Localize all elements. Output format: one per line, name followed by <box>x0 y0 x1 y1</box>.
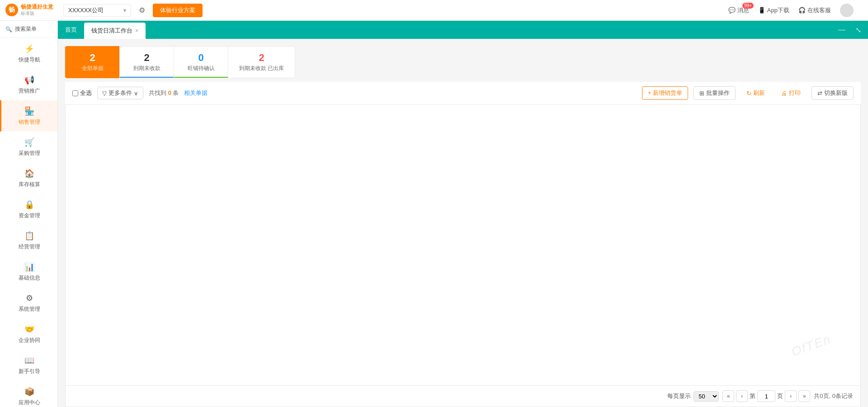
add-sales-button[interactable]: + 新增销货单 <box>642 86 688 100</box>
stat-overdue-label: 到期未收款 <box>131 65 163 72</box>
tab-home[interactable]: 首页 <box>58 21 84 39</box>
sidebar-item-operations[interactable]: 📋 经营管理 <box>0 225 57 256</box>
toolbar-right: + 新增销货单 ⊞ 批量操作 ↻ 刷新 🖨 打印 ⇄ 切换新版 <box>642 86 854 100</box>
sidebar-item-label: 经营管理 <box>19 243 40 251</box>
next-page-button[interactable]: › <box>785 390 797 402</box>
first-page-button[interactable]: « <box>722 390 734 402</box>
minimize-icon: — <box>838 26 845 34</box>
stat-underline-green <box>174 77 228 78</box>
content-area: 2 全部单据 2 到期未收款 0 旺铺待确认 2 到期未收款 已出库 <box>58 39 868 407</box>
stat-card-all[interactable]: 2 全部单据 <box>65 46 119 78</box>
app-title: 畅捷通好生意 <box>21 4 53 10</box>
stat-underline-blue <box>120 77 174 78</box>
toolbar: 全选 ▽ 更多条件 ∨ 共找到 0 条 相关单据 + 新增销货单 <box>65 82 861 105</box>
stat-wangpu-label: 旺铺待确认 <box>185 65 217 72</box>
sidebar-item-inventory[interactable]: 🏠 库存核算 <box>0 163 57 194</box>
sidebar-item-finance[interactable]: 🔒 资金管理 <box>0 194 57 225</box>
stat-all-label: 全部单据 <box>76 65 108 72</box>
tab-bar-actions: — ⤡ <box>835 23 868 36</box>
finance-icon: 🔒 <box>24 199 35 210</box>
stat-card-overdue-out[interactable]: 2 到期未收款 已出库 <box>228 46 295 78</box>
print-icon: 🖨 <box>781 90 787 97</box>
print-button[interactable]: 🖨 打印 <box>776 87 806 99</box>
message-button[interactable]: 💬 消息 99+ <box>728 6 749 14</box>
batch-button[interactable]: ⊞ 批量操作 <box>693 86 736 100</box>
sidebar-item-basic-info[interactable]: 📊 基础信息 <box>0 256 57 287</box>
filter-button[interactable]: ▽ 更多条件 ∨ <box>97 87 143 99</box>
select-all-checkbox[interactable]: 全选 <box>72 89 92 97</box>
page-nav: « ‹ 第 页 › » <box>722 390 810 402</box>
message-icon: 💬 <box>728 7 736 14</box>
batch-label: 批量操作 <box>706 89 730 97</box>
stat-overdue-out-number: 2 <box>239 52 284 64</box>
company-selector[interactable]: XXXXXX公司 ▾ <box>63 4 131 17</box>
gear-icon: ⚙ <box>139 6 145 14</box>
sidebar-item-label: 营销推广 <box>19 87 40 95</box>
filter-label: 更多条件 <box>108 89 132 97</box>
switch-icon: ⇄ <box>817 90 822 97</box>
sidebar-item-guide[interactable]: 📖 新手引导 <box>0 350 57 381</box>
page-input[interactable] <box>757 390 775 402</box>
stat-all-number: 2 <box>76 52 108 64</box>
sidebar-item-system[interactable]: ⚙ 系统管理 <box>0 287 57 318</box>
sidebar-item-label: 销售管理 <box>19 118 40 126</box>
sidebar-item-label: 库存核算 <box>19 181 40 188</box>
avatar[interactable] <box>840 4 854 17</box>
app-download-label: App下载 <box>767 6 789 14</box>
first-page-icon: « <box>727 393 730 399</box>
top-header: 畅 畅捷通好生意 标准版 XXXXXX公司 ▾ ⚙ 体验行业方案 💬 消息 99… <box>0 0 868 21</box>
app-download-button[interactable]: 📱 App下载 <box>758 6 789 14</box>
per-page-select[interactable]: 50 10 20 100 <box>693 391 719 402</box>
sidebar-item-label: 快捷导航 <box>19 56 40 64</box>
purchase-icon: 🛒 <box>24 137 35 148</box>
chevron-down-icon: ▾ <box>123 7 126 14</box>
sidebar-item-purchase[interactable]: 🛒 采购管理 <box>0 131 57 163</box>
search-menu-label: 搜索菜单 <box>15 25 37 33</box>
sidebar: 🔍 搜索菜单 ⚡ 快捷导航 📢 营销推广 🏪 销售管理 🛒 采购管理 🏠 库存核… <box>0 21 58 407</box>
tab-minimize-button[interactable]: — <box>835 23 848 36</box>
result-prefix: 共找到 <box>149 89 166 96</box>
stat-overdue-out-label: 到期未收款 已出库 <box>239 65 284 72</box>
stat-card-wangpu[interactable]: 0 旺铺待确认 <box>174 46 228 78</box>
tab-close-icon[interactable]: × <box>135 28 138 34</box>
sidebar-item-quick-nav[interactable]: ⚡ 快捷导航 <box>0 38 57 69</box>
tab-home-label: 首页 <box>65 26 77 34</box>
sidebar-item-label: 新手引导 <box>19 368 40 375</box>
header-right: 💬 消息 99+ 📱 App下载 🎧 在线客服 <box>728 4 863 17</box>
download-icon: 📱 <box>758 7 765 14</box>
sidebar-item-cooperation[interactable]: 🤝 企业协同 <box>0 318 57 350</box>
settings-button[interactable]: ⚙ <box>135 3 149 18</box>
search-icon: 🔍 <box>5 26 12 33</box>
marketing-icon: 📢 <box>24 75 35 85</box>
logo-icon: 畅 <box>5 4 18 16</box>
refresh-icon: ↻ <box>746 90 751 97</box>
sidebar-item-app-center[interactable]: 📦 应用中心 <box>0 381 57 407</box>
tab-maximize-button[interactable]: ⤡ <box>852 23 864 36</box>
quick-nav-icon: ⚡ <box>24 43 35 54</box>
last-page-icon: » <box>803 393 806 399</box>
app-center-icon: 📦 <box>24 386 35 397</box>
sidebar-search[interactable]: 🔍 搜索菜单 <box>0 21 57 38</box>
next-page-icon: › <box>790 393 792 399</box>
related-link[interactable]: 相关单据 <box>184 89 208 97</box>
page-label: 第 <box>750 392 755 400</box>
message-badge: 99+ <box>742 3 754 9</box>
sales-icon: 🏪 <box>24 106 35 117</box>
prev-page-button[interactable]: ‹ <box>736 390 748 402</box>
basic-info-icon: 📊 <box>24 262 35 272</box>
tab-active[interactable]: 钱货日清工作台 × <box>84 23 146 39</box>
last-page-button[interactable]: » <box>798 390 810 402</box>
stat-card-overdue-unpaid[interactable]: 2 到期未收款 <box>119 46 174 78</box>
result-unit: 条 <box>173 89 179 96</box>
refresh-button[interactable]: ↻ 刷新 <box>741 87 770 99</box>
checkbox-input[interactable] <box>72 90 78 96</box>
sidebar-item-marketing[interactable]: 📢 营销推广 <box>0 69 57 100</box>
online-service-button[interactable]: 🎧 在线客服 <box>798 6 831 14</box>
switch-version-button[interactable]: ⇄ 切换新版 <box>811 86 854 100</box>
trial-button[interactable]: 体验行业方案 <box>153 4 203 17</box>
sidebar-item-sales[interactable]: 🏪 销售管理 <box>0 100 57 131</box>
toolbar-left: 全选 ▽ 更多条件 ∨ 共找到 0 条 相关单据 <box>72 87 208 99</box>
per-page: 每页显示 50 10 20 100 <box>667 391 719 402</box>
stat-overdue-number: 2 <box>131 52 163 64</box>
pagination-bar: 每页显示 50 10 20 100 « ‹ 第 页 › <box>65 386 861 407</box>
